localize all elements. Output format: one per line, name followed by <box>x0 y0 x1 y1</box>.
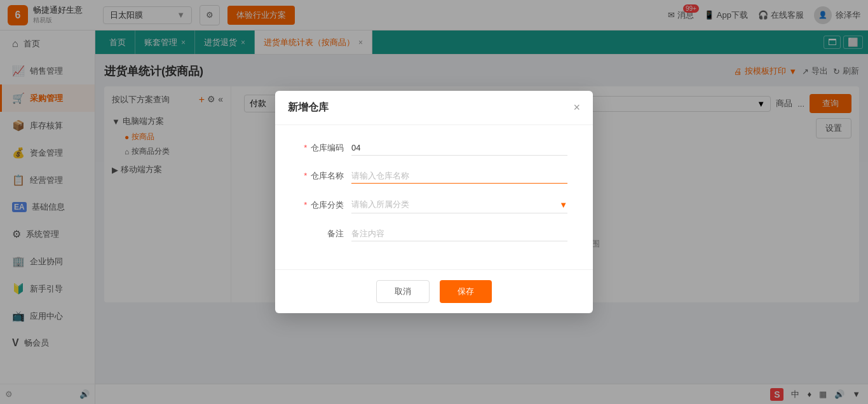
form-row-note: 备注 <box>301 226 567 241</box>
category-select[interactable]: 请输入所属分类 ▼ <box>351 196 567 213</box>
modal-body: * 仓库编码 * 仓库名称 * 仓库分类 请输入所属分类 ▼ <box>275 125 593 269</box>
form-row-code: * 仓库编码 <box>301 140 567 156</box>
note-input[interactable] <box>351 226 567 241</box>
modal-close-button[interactable]: × <box>573 101 580 114</box>
code-input[interactable] <box>351 140 567 156</box>
required-star-category: * <box>304 200 307 210</box>
category-label: * 仓库分类 <box>301 199 351 211</box>
modal-title: 新增仓库 <box>288 101 329 114</box>
note-label: 备注 <box>301 228 351 239</box>
category-dropdown-arrow: ▼ <box>559 200 567 210</box>
form-row-category: * 仓库分类 请输入所属分类 ▼ <box>301 196 567 213</box>
form-row-name: * 仓库名称 <box>301 168 567 184</box>
modal-header: 新增仓库 × <box>275 91 593 125</box>
add-warehouse-modal: 新增仓库 × * 仓库编码 * 仓库名称 * 仓库分类 请输入 <box>275 91 593 313</box>
save-button[interactable]: 保存 <box>440 280 492 303</box>
name-label: * 仓库名称 <box>301 170 351 182</box>
required-star-name: * <box>304 171 307 180</box>
cancel-button[interactable]: 取消 <box>376 280 430 303</box>
modal-footer: 取消 保存 <box>275 269 593 313</box>
category-placeholder: 请输入所属分类 <box>351 199 409 210</box>
required-star-code: * <box>304 143 307 152</box>
name-input[interactable] <box>351 168 567 184</box>
code-label: * 仓库编码 <box>301 142 351 154</box>
